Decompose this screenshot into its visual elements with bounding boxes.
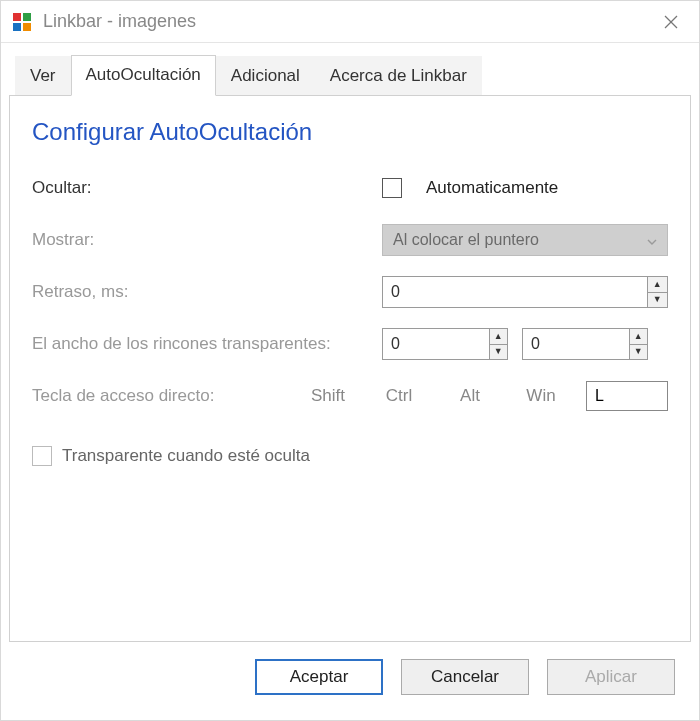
- tab-about[interactable]: Acerca de Linkbar: [315, 56, 482, 96]
- input-corner-a[interactable]: [383, 329, 489, 359]
- tabstrip: Ver AutoOcultación Adicional Acerca de L…: [9, 55, 691, 96]
- label-auto: Automaticamente: [426, 178, 558, 198]
- spinner-delay[interactable]: ▲ ▼: [382, 276, 668, 308]
- label-transparent: Transparente cuando esté oculta: [62, 446, 310, 466]
- triangle-down-icon[interactable]: ▼: [648, 293, 667, 308]
- label-corners: El ancho de los rincones transparentes:: [32, 334, 382, 354]
- mod-shift: Shift: [302, 386, 354, 406]
- window-title: Linkbar - imagenes: [43, 11, 653, 32]
- combo-show-value: Al colocar el puntero: [393, 231, 539, 249]
- apply-button[interactable]: Aplicar: [547, 659, 675, 695]
- input-delay[interactable]: [383, 277, 647, 307]
- checkbox-auto[interactable]: [382, 178, 402, 198]
- spinner-corner-b[interactable]: ▲ ▼: [522, 328, 648, 360]
- row-transparent: Transparente cuando esté oculta: [32, 440, 668, 472]
- close-icon[interactable]: [653, 4, 689, 40]
- row-show: Mostrar: Al colocar el puntero: [32, 224, 668, 256]
- row-corners: El ancho de los rincones transparentes: …: [32, 328, 668, 360]
- triangle-up-icon[interactable]: ▲: [648, 277, 667, 293]
- dialog-footer: Aceptar Cancelar Aplicar: [9, 642, 691, 712]
- input-corner-b[interactable]: [523, 329, 629, 359]
- svg-rect-3: [23, 23, 31, 31]
- app-icon: [11, 11, 33, 33]
- mod-alt: Alt: [444, 386, 496, 406]
- titlebar: Linkbar - imagenes: [1, 1, 699, 43]
- triangle-up-icon[interactable]: ▲: [630, 329, 647, 345]
- label-show: Mostrar:: [32, 230, 382, 250]
- settings-window: Linkbar - imagenes Ver AutoOcultación Ad…: [0, 0, 700, 721]
- svg-rect-1: [23, 13, 31, 21]
- checkbox-transparent[interactable]: [32, 446, 52, 466]
- input-hotkey[interactable]: [586, 381, 668, 411]
- tab-additional[interactable]: Adicional: [216, 56, 315, 96]
- row-hotkey: Tecla de acceso directo: Shift Ctrl Alt …: [32, 380, 668, 412]
- label-hotkey: Tecla de acceso directo:: [32, 386, 302, 406]
- row-hide: Ocultar: Automaticamente: [32, 172, 668, 204]
- spinner-corner-a[interactable]: ▲ ▼: [382, 328, 508, 360]
- spinner-corner-b-buttons[interactable]: ▲ ▼: [629, 329, 647, 359]
- section-title: Configurar AutoOcultación: [32, 118, 668, 146]
- client-area: Ver AutoOcultación Adicional Acerca de L…: [1, 43, 699, 720]
- combo-show-mode[interactable]: Al colocar el puntero: [382, 224, 668, 256]
- svg-rect-0: [13, 13, 21, 21]
- spinner-delay-buttons[interactable]: ▲ ▼: [647, 277, 667, 307]
- cancel-button[interactable]: Cancelar: [401, 659, 529, 695]
- tab-page-autohide: Configurar AutoOcultación Ocultar: Autom…: [9, 95, 691, 642]
- row-delay: Retraso, ms: ▲ ▼: [32, 276, 668, 308]
- tab-autohide[interactable]: AutoOcultación: [71, 55, 216, 96]
- label-delay: Retraso, ms:: [32, 282, 382, 302]
- svg-rect-2: [13, 23, 21, 31]
- tab-view[interactable]: Ver: [15, 56, 71, 96]
- triangle-up-icon[interactable]: ▲: [490, 329, 507, 345]
- ok-button[interactable]: Aceptar: [255, 659, 383, 695]
- label-hide: Ocultar:: [32, 178, 382, 198]
- triangle-down-icon[interactable]: ▼: [630, 345, 647, 360]
- mod-win: Win: [515, 386, 567, 406]
- mod-ctrl: Ctrl: [373, 386, 425, 406]
- chevron-down-icon: [647, 231, 657, 249]
- triangle-down-icon[interactable]: ▼: [490, 345, 507, 360]
- spinner-corner-a-buttons[interactable]: ▲ ▼: [489, 329, 507, 359]
